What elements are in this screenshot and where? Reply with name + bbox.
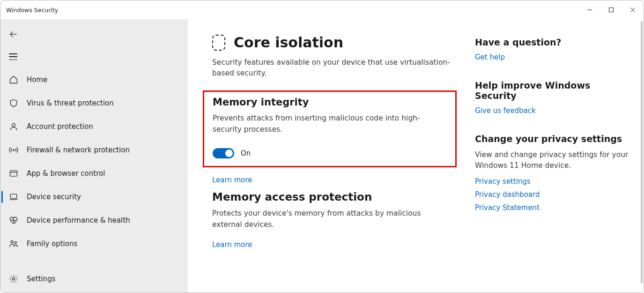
- page-title: Core isolation: [234, 34, 343, 51]
- memory-integrity-section: Memory integrity Prevents attacks from i…: [203, 90, 457, 167]
- memory-integrity-toggle-label: On: [241, 149, 251, 158]
- sidebar: Home Virus & threat protection Account p…: [0, 19, 188, 293]
- sidebar-item-label: Account protection: [27, 122, 93, 131]
- person-icon: [9, 122, 18, 131]
- svg-point-12: [15, 241, 16, 243]
- memory-access-title: Memory access protection: [212, 191, 456, 203]
- memory-integrity-learn-more-link[interactable]: Learn more: [212, 176, 252, 184]
- privacy-settings-link[interactable]: Privacy settings: [475, 177, 629, 186]
- app-window-icon: [9, 169, 18, 178]
- memory-access-section: Memory access protection Protects your d…: [212, 191, 456, 249]
- sidebar-item-firewall[interactable]: Firewall & network protection: [0, 138, 188, 162]
- memory-access-desc: Protects your device's memory from attac…: [212, 208, 437, 230]
- hamburger-icon: [9, 53, 17, 60]
- body: Home Virus & threat protection Account p…: [0, 19, 644, 293]
- sidebar-item-label: Device security: [27, 193, 81, 201]
- arrow-left-icon: [9, 30, 18, 39]
- sidebar-item-family[interactable]: Family options: [0, 232, 188, 255]
- app-window: Windows Security: [0, 0, 644, 293]
- rail-privacy-heading: Change your privacy settings: [475, 134, 629, 144]
- minimize-button[interactable]: [579, 0, 600, 19]
- menu-button[interactable]: [0, 45, 188, 68]
- sidebar-item-label: Firewall & network protection: [27, 146, 130, 154]
- sidebar-item-account[interactable]: Account protection: [0, 115, 188, 138]
- content-column: Core isolation Security features availab…: [188, 19, 475, 293]
- rail-privacy-text: View and change privacy settings for you…: [475, 150, 629, 172]
- main-area: Core isolation Security features availab…: [188, 19, 644, 293]
- sidebar-item-label: Home: [27, 75, 47, 84]
- sidebar-item-label: App & browser control: [27, 169, 105, 178]
- sidebar-item-virus-threat[interactable]: Virus & threat protection: [0, 91, 188, 115]
- privacy-statement-link[interactable]: Privacy Statement: [475, 203, 629, 212]
- sidebar-item-label: Family options: [27, 240, 77, 248]
- memory-integrity-desc: Prevents attacks from inserting maliciou…: [213, 113, 437, 135]
- rail-question-heading: Have a question?: [475, 37, 629, 47]
- memory-access-learn-more-link[interactable]: Learn more: [212, 240, 252, 249]
- scrollbar[interactable]: [641, 21, 643, 284]
- sidebar-item-performance-health[interactable]: Device performance & health: [0, 209, 188, 232]
- close-button[interactable]: [622, 0, 644, 19]
- gear-icon: [9, 274, 18, 284]
- svg-point-11: [11, 240, 13, 243]
- sidebar-item-label: Settings: [27, 275, 56, 283]
- svg-point-13: [13, 278, 15, 280]
- svg-rect-7: [10, 171, 17, 176]
- give-feedback-link[interactable]: Give us feedback: [475, 106, 536, 115]
- right-rail: Have a question? Get help Help improve W…: [475, 19, 644, 293]
- sidebar-item-label: Virus & threat protection: [27, 99, 114, 107]
- rail-improve-block: Help improve Windows Security Give us fe…: [475, 80, 629, 115]
- laptop-icon: [9, 192, 18, 202]
- svg-rect-1: [609, 8, 614, 12]
- rail-improve-heading: Help improve Windows Security: [475, 80, 629, 101]
- svg-point-5: [12, 123, 15, 127]
- maximize-button[interactable]: [600, 0, 622, 19]
- home-icon: [9, 75, 18, 84]
- window-title: Windows Security: [6, 7, 58, 14]
- sidebar-item-device-security[interactable]: Device security: [0, 185, 188, 209]
- memory-integrity-title: Memory integrity: [213, 97, 447, 108]
- sidebar-item-app-browser[interactable]: App & browser control: [0, 162, 188, 185]
- svg-rect-9: [10, 194, 16, 198]
- rail-privacy-block: Change your privacy settings View and ch…: [475, 134, 629, 212]
- broadcast-icon: [9, 145, 18, 155]
- svg-point-6: [13, 150, 15, 151]
- sidebar-item-home[interactable]: Home: [0, 68, 188, 91]
- get-help-link[interactable]: Get help: [475, 53, 505, 61]
- privacy-dashboard-link[interactable]: Privacy dashboard: [475, 190, 629, 199]
- rail-privacy-links: Privacy settings Privacy dashboard Priva…: [475, 177, 629, 212]
- memory-integrity-toggle-row: On: [213, 148, 447, 158]
- titlebar: Windows Security: [0, 0, 644, 19]
- family-icon: [9, 239, 18, 248]
- shield-icon: [9, 98, 18, 108]
- core-isolation-icon: [212, 35, 225, 51]
- rail-question-block: Have a question? Get help: [475, 37, 629, 61]
- sidebar-item-settings[interactable]: Settings: [0, 267, 188, 291]
- page-title-row: Core isolation: [212, 34, 461, 51]
- memory-integrity-toggle[interactable]: [213, 148, 234, 158]
- heart-pulse-icon: [9, 216, 18, 225]
- back-button[interactable]: [0, 23, 188, 45]
- page-subtitle: Security features available on your devi…: [212, 57, 456, 79]
- sidebar-item-label: Device performance & health: [27, 216, 130, 225]
